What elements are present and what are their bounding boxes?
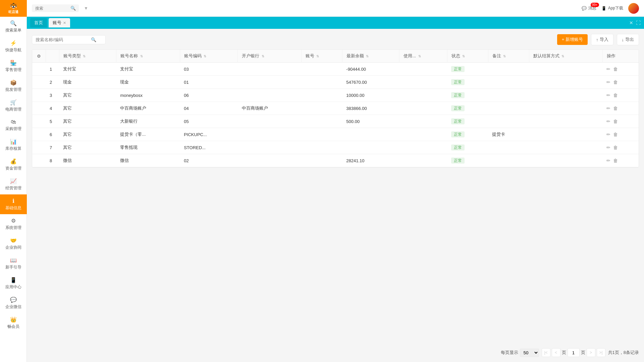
col-remark[interactable]: 备注 ⇅	[488, 50, 529, 63]
page-label: 页	[562, 350, 566, 356]
row-usage-4	[399, 115, 447, 128]
sidebar-label-ecommerce-manage: 电商管理	[5, 107, 21, 112]
page-size-selector[interactable]: 每页显示 50 100 200	[501, 349, 539, 357]
row-latest-balance-6	[342, 141, 399, 154]
message-button[interactable]: 💬 消息 99+	[582, 5, 596, 11]
status-badge-3: 正常	[451, 105, 465, 111]
edit-icon-3[interactable]: ✏	[606, 106, 610, 111]
sidebar-label-retail-manage: 零售管理	[5, 67, 21, 73]
delete-icon-5[interactable]: 🗑	[613, 132, 618, 137]
sidebar-item-enterprise-agreement[interactable]: 🤝企业协同	[0, 234, 27, 254]
last-page-button[interactable]: >|	[597, 348, 605, 357]
col-latest-balance[interactable]: 最新余额 ⇅	[342, 50, 399, 63]
sidebar-item-wholesale-manage[interactable]: 📦批发管理	[0, 76, 27, 96]
sidebar-item-system-manage[interactable]: ⚙系统管理	[0, 214, 27, 234]
edit-icon-5[interactable]: ✏	[606, 132, 610, 137]
import-icon: ↑	[596, 37, 598, 42]
edit-icon-7[interactable]: ✏	[606, 158, 610, 163]
sidebar-item-ecommerce-manage[interactable]: 🛒电商管理	[0, 96, 27, 116]
sidebar-item-quick-nav[interactable]: ⚡快捷导航	[0, 37, 27, 56]
tab-close-accounts[interactable]: ✕	[63, 21, 66, 25]
export-button[interactable]: ↓ 导出	[617, 34, 639, 45]
import-button[interactable]: ↑ 导入	[591, 34, 613, 45]
delete-icon-7[interactable]: 🗑	[613, 158, 618, 163]
col-account-name[interactable]: 账号名称 ⇅	[116, 50, 180, 63]
row-account-code-3: 04	[180, 102, 237, 115]
sidebar-item-purchase-manage[interactable]: 🛍采购管理	[0, 116, 27, 135]
row-index-0: 1	[46, 63, 59, 76]
col-usage[interactable]: 使用... ⇅	[399, 50, 447, 63]
sidebar-item-capital-manage[interactable]: 💰资金管理	[0, 155, 27, 175]
account-search-icon: 🔍	[91, 37, 96, 42]
topbar-left: 🔍 ▼	[32, 4, 88, 12]
row-bank-2	[238, 89, 302, 102]
delete-icon-6[interactable]: 🗑	[613, 145, 618, 150]
import-label: 导入	[600, 37, 608, 43]
row-latest-balance-5	[342, 128, 399, 141]
row-default-settlement-1	[529, 76, 602, 89]
row-status-6: 正常	[447, 141, 488, 154]
next-page-button[interactable]: >	[587, 348, 595, 357]
tab-accounts[interactable]: 账号✕	[49, 18, 70, 27]
edit-icon-1[interactable]: ✏	[606, 79, 610, 85]
row-usage-6	[399, 141, 447, 154]
sidebar-label-basic-info: 基础信息	[5, 205, 21, 211]
sidebar-item-enjoy-member[interactable]: 👑畅会员	[0, 313, 27, 333]
col-status[interactable]: 状态 ⇅	[447, 50, 488, 63]
table-row: 2 现金 现金 01 547670.00 正常 ✏ 🗑	[32, 76, 639, 89]
edit-icon-2[interactable]: ✏	[606, 93, 610, 98]
sidebar-item-inventory-check[interactable]: 📊库存核算	[0, 135, 27, 155]
sidebar-item-search-menu[interactable]: 🔍搜索菜单	[0, 17, 27, 37]
row-account-no-6	[301, 141, 342, 154]
row-account-type-3: 其它	[59, 102, 116, 115]
page-input[interactable]	[568, 348, 580, 357]
account-search-wrapper[interactable]: 🔍	[32, 35, 106, 44]
col-account-code[interactable]: 账号编码 ⇅	[180, 50, 237, 63]
app-download-button[interactable]: 📱 App下载	[601, 5, 623, 11]
sidebar-item-basic-info[interactable]: ℹ基础信息	[0, 194, 27, 214]
delete-icon-2[interactable]: 🗑	[613, 93, 618, 98]
col-account-no[interactable]: 账号 ⇅	[301, 50, 342, 63]
row-actions-5: ✏ 🗑	[602, 128, 639, 141]
sidebar-item-business-manage[interactable]: 📈经营管理	[0, 175, 27, 194]
topbar-search[interactable]: 🔍	[32, 4, 79, 12]
per-page-label: 每页显示	[501, 350, 518, 356]
sidebar-item-app-center[interactable]: 📱应用中心	[0, 274, 27, 293]
add-account-button[interactable]: + 新增账号	[557, 34, 588, 45]
row-account-name-7: 微信	[116, 154, 180, 167]
col-account-type[interactable]: 账号类型 ⇅	[59, 50, 116, 63]
system-manage-icon: ⚙	[11, 218, 16, 224]
delete-icon-3[interactable]: 🗑	[613, 106, 618, 111]
page-size-select-input[interactable]: 50 100 200	[520, 349, 539, 357]
close-all-icon[interactable]: ✕	[629, 20, 633, 25]
col-default-settlement[interactable]: 默认结算方式 ⇅	[529, 50, 602, 63]
account-search-input[interactable]	[36, 37, 89, 42]
dropdown-icon[interactable]: ▼	[84, 6, 88, 11]
col-settings[interactable]: ⚙	[32, 50, 46, 63]
row-settings-4	[32, 115, 46, 128]
topbar-search-input[interactable]	[35, 6, 69, 11]
delete-icon-4[interactable]: 🗑	[613, 119, 618, 124]
expand-icon[interactable]: ⛶	[636, 20, 641, 25]
col-bank[interactable]: 开户银行 ⇅	[238, 50, 302, 63]
sidebar-item-retail-manage[interactable]: 🏪零售管理	[0, 56, 27, 76]
delete-icon-1[interactable]: 🗑	[613, 79, 618, 85]
delete-icon-0[interactable]: 🗑	[613, 66, 618, 72]
sidebar-item-beginner-guide[interactable]: 📖新手引导	[0, 254, 27, 274]
row-status-0: 正常	[447, 63, 488, 76]
row-index-1: 2	[46, 76, 59, 89]
edit-icon-0[interactable]: ✏	[606, 66, 610, 72]
first-page-button[interactable]: |<	[542, 348, 550, 357]
row-account-code-0: 03	[180, 63, 237, 76]
sidebar-item-enterprise-wechat[interactable]: 💬企业微信	[0, 293, 27, 313]
edit-icon-4[interactable]: ✏	[606, 119, 610, 124]
row-index-2: 3	[46, 89, 59, 102]
user-avatar[interactable]	[628, 3, 639, 14]
tab-home[interactable]: 首页	[30, 18, 47, 27]
export-icon: ↓	[622, 37, 624, 42]
row-index-3: 4	[46, 102, 59, 115]
row-usage-5	[399, 128, 447, 141]
row-remark-3	[488, 102, 529, 115]
prev-page-button[interactable]: <	[552, 348, 560, 357]
edit-icon-6[interactable]: ✏	[606, 145, 610, 150]
